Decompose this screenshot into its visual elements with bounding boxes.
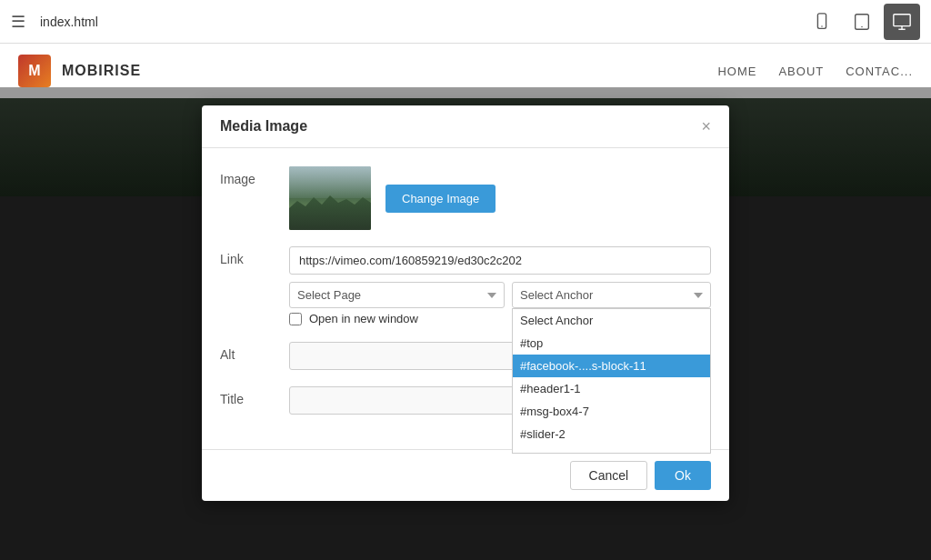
anchor-option-facebook-block[interactable]: #facebook-....s-block-11 (513, 355, 710, 377)
anchor-option-form1-3[interactable]: #form1-3 (513, 445, 710, 454)
tablet-device-button[interactable] (844, 4, 880, 40)
anchor-option-slider-2[interactable]: #slider-2 (513, 423, 710, 445)
preview-area: M MOBIRISE HOME ABOUT CONTAC... Media Im… (0, 44, 931, 560)
nav-about: ABOUT (778, 65, 824, 78)
modal-footer: Cancel Ok (202, 449, 729, 501)
title-label: Title (220, 386, 275, 406)
link-row: Link Select Page Select Anchor (220, 246, 711, 325)
anchor-dropdown-container: Select Anchor Select Anchor #top #facebo… (512, 282, 711, 308)
image-content: Change Image (289, 166, 711, 230)
link-content: Select Page Select Anchor Select Anchor … (289, 246, 711, 325)
link-label: Link (220, 246, 275, 266)
image-area: Change Image (289, 166, 711, 230)
fog-layer (289, 166, 371, 198)
nav-home: HOME (717, 65, 756, 78)
anchor-option-msg-box4-7[interactable]: #msg-box4-7 (513, 400, 710, 423)
select-row: Select Page Select Anchor Select Anchor … (289, 282, 711, 308)
preview-nav: HOME ABOUT CONTAC... (717, 65, 913, 78)
image-row: Image Change Image (220, 166, 711, 230)
topbar: ☰ index.html (0, 0, 931, 44)
open-new-window-label: Open in new window (309, 312, 418, 325)
cancel-button[interactable]: Cancel (570, 461, 648, 490)
anchor-dropdown-list[interactable]: Select Anchor #top #facebook-....s-block… (512, 308, 711, 454)
anchor-option-top[interactable]: #top (513, 332, 710, 355)
open-new-window-checkbox[interactable] (289, 313, 302, 325)
ok-button[interactable]: Ok (655, 461, 711, 490)
menu-icon[interactable]: ☰ (11, 12, 25, 32)
anchor-option-header1-1[interactable]: #header1-1 (513, 377, 710, 400)
device-switcher (804, 4, 920, 40)
media-image-modal: Media Image × Image Ch (202, 105, 729, 501)
select-page-dropdown[interactable]: Select Page (289, 282, 505, 308)
desktop-device-button[interactable] (884, 4, 920, 40)
preview-logo: M (18, 55, 51, 87)
select-anchor-trigger[interactable]: Select Anchor (512, 282, 711, 308)
modal-title: Media Image (220, 118, 307, 135)
image-label: Image (220, 166, 275, 186)
modal-close-button[interactable]: × (701, 118, 711, 135)
modal-header: Media Image × (202, 105, 729, 148)
trees-layer (289, 194, 371, 230)
anchor-option-select-anchor[interactable]: Select Anchor (513, 309, 710, 332)
svg-point-3 (861, 25, 862, 26)
alt-label: Alt (220, 342, 275, 362)
mobile-device-button[interactable] (804, 4, 840, 40)
link-input[interactable] (289, 246, 711, 275)
modal-overlay: Media Image × Image Ch (0, 87, 931, 560)
filename-label: index.html (40, 15, 789, 29)
modal-body: Image Change Image (202, 148, 729, 449)
preview-brand: MOBIRISE (62, 63, 141, 79)
nav-contact: CONTAC... (846, 65, 913, 78)
image-thumbnail (289, 166, 371, 230)
svg-rect-4 (894, 14, 910, 25)
change-image-button[interactable]: Change Image (385, 185, 496, 213)
svg-point-1 (821, 25, 822, 26)
